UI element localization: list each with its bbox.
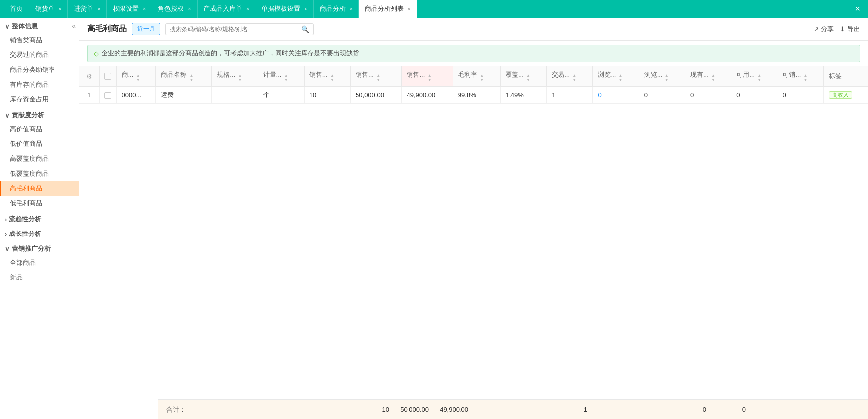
sidebar-item-high-margin[interactable]: 高毛利商品 — [0, 181, 79, 196]
search-icon[interactable]: 🔍 — [301, 25, 309, 33]
chevron-right-icon: › — [5, 216, 7, 223]
close-icon[interactable]: × — [408, 6, 410, 12]
col-tag: 标签 — [823, 66, 868, 87]
nav-tab-permissions[interactable]: 权限设置 × — [107, 0, 152, 18]
sort-icon: ▲▼ — [136, 74, 140, 82]
row-views1[interactable]: 0 — [593, 87, 639, 104]
sort-icon: ▲▼ — [284, 74, 288, 82]
footer-sales-qty: 10 — [357, 406, 397, 413]
chevron-right-icon: › — [5, 231, 7, 238]
page-title: 高毛利商品 — [87, 24, 127, 34]
time-filter-btn-month[interactable]: 近一月 — [132, 23, 160, 35]
sidebar-group-overall[interactable]: ∨ 整体信息 — [0, 18, 79, 33]
info-banner: ◇ 企业的主要的利润都是这部分商品创造的，可考虑加大推广，同时关注库存是不要出现… — [87, 45, 860, 62]
nav-tab-analysis[interactable]: 商品分析 × — [314, 0, 359, 18]
col-views2[interactable]: 浏览... ▲▼ — [639, 66, 685, 87]
nav-tab-sales[interactable]: 销货单 × — [29, 0, 68, 18]
close-icon[interactable]: × — [350, 6, 353, 12]
nav-tab-purchase[interactable]: 进货单 × — [68, 0, 106, 18]
col-views1[interactable]: 浏览... ▲▼ — [593, 66, 639, 87]
col-transactions[interactable]: 交易... ▲▼ — [547, 66, 593, 87]
row-code: 0000... — [116, 87, 156, 104]
col-code[interactable]: 商... ▲▼ — [116, 66, 156, 87]
close-icon[interactable]: × — [97, 6, 100, 12]
footer-current-stock: 0 — [674, 406, 714, 413]
row-transactions: 1 — [547, 87, 593, 104]
sidebar-item-low-margin[interactable]: 低毛利商品 — [0, 196, 79, 211]
sidebar-item-low-coverage[interactable]: 低覆盖度商品 — [0, 166, 79, 181]
sidebar-item-high-coverage[interactable]: 高覆盖度商品 — [0, 151, 79, 166]
content-header: 高毛利商品 近一月 🔍 ↗ 分享 ⬇ 导出 — [79, 18, 868, 41]
sort-icon: ▲▼ — [238, 74, 242, 82]
sort-icon: ▲▼ — [665, 74, 669, 82]
col-sales-amount[interactable]: 销售... ▲▼ — [351, 66, 402, 87]
footer-available-stock: 0 — [714, 406, 754, 413]
sidebar-collapse-btn[interactable]: « — [72, 22, 76, 30]
sort-icon: ▲▼ — [330, 74, 334, 82]
col-sellable[interactable]: 可销... ▲▼ — [777, 66, 823, 87]
close-icon[interactable]: × — [58, 6, 61, 12]
nav-tab-product-entry[interactable]: 产成品入库单 × — [198, 0, 255, 18]
col-available-stock[interactable]: 可用... ▲▼ — [731, 66, 777, 87]
sidebar-item-traded-goods[interactable]: 交易过的商品 — [0, 47, 79, 62]
search-input[interactable] — [170, 26, 299, 33]
col-sales-qty[interactable]: 销售... ▲▼ — [304, 66, 350, 87]
sidebar: « ∨ 整体信息 销售类商品 交易过的商品 商品分类助销率 有库存的商品 库存资… — [0, 18, 79, 419]
select-all-checkbox[interactable] — [104, 73, 111, 80]
row-checkbox[interactable] — [99, 87, 116, 104]
col-sales-cost[interactable]: 销售... ▲▼ — [402, 66, 453, 87]
row-sales-cost: 49,900.00 — [402, 87, 453, 104]
nav-tab-roles[interactable]: 角色授权 × — [152, 0, 197, 18]
nav-tab-home[interactable]: 首页 — [4, 0, 29, 18]
main-layout: « ∨ 整体信息 销售类商品 交易过的商品 商品分类助销率 有库存的商品 库存资… — [0, 18, 868, 419]
sidebar-item-all-goods[interactable]: 全部商品 — [0, 255, 79, 270]
sidebar-item-stocked-goods[interactable]: 有库存的商品 — [0, 77, 79, 92]
sidebar-item-sales-goods[interactable]: 销售类商品 — [0, 33, 79, 47]
share-btn[interactable]: ↗ 分享 — [814, 25, 834, 34]
table-row: 1 0000... 运费 个 10 50,000.00 49,900.00 99… — [79, 87, 868, 104]
table-wrapper: ⚙ 商... ▲▼ 商品名称 ▲▼ — [79, 66, 868, 419]
nav-tab-analysis-list[interactable]: 商品分析列表 × — [359, 0, 417, 18]
chevron-down-icon: ∨ — [5, 23, 10, 30]
table-header-row: ⚙ 商... ▲▼ 商品名称 ▲▼ — [79, 66, 868, 87]
col-spec[interactable]: 规格... ▲▼ — [212, 66, 258, 87]
sidebar-item-stock-capital[interactable]: 库存资金占用 — [0, 92, 79, 107]
sidebar-group-marketing[interactable]: ∨ 营销推广分析 — [0, 240, 79, 255]
nav-close-all-btn[interactable]: × — [851, 4, 864, 14]
nav-tab-template[interactable]: 单据模板设置 × — [255, 0, 313, 18]
sidebar-group-growth[interactable]: › 成长性分析 — [0, 226, 79, 240]
header-actions: ↗ 分享 ⬇ 导出 — [814, 25, 860, 34]
close-icon[interactable]: × — [188, 6, 191, 12]
col-name[interactable]: 商品名称 ▲▼ — [156, 66, 212, 87]
share-icon: ↗ — [814, 25, 819, 33]
content-area: 高毛利商品 近一月 🔍 ↗ 分享 ⬇ 导出 ◇ 企业的主要的利润都是这部分商品创… — [79, 18, 868, 419]
top-nav: 首页 销货单 × 进货单 × 权限设置 × 角色授权 × 产成品入库单 × 单据… — [0, 0, 868, 18]
sidebar-group-contribution[interactable]: ∨ 贡献度分析 — [0, 107, 79, 122]
row-index: 1 — [79, 87, 99, 104]
chevron-down-icon: ∨ — [5, 112, 10, 119]
sidebar-item-new-products[interactable]: 新品 — [0, 270, 79, 285]
footer-sales-amount: 50,000.00 — [397, 406, 437, 413]
close-icon[interactable]: × — [143, 6, 146, 12]
sort-icon: ▲▼ — [619, 74, 623, 82]
data-table: ⚙ 商... ▲▼ 商品名称 ▲▼ — [79, 66, 868, 104]
sidebar-group-trend[interactable]: › 流趋性分析 — [0, 211, 79, 226]
col-coverage[interactable]: 覆盖... ▲▼ — [500, 66, 546, 87]
col-unit[interactable]: 计量... ▲▼ — [258, 66, 304, 87]
sidebar-item-high-value[interactable]: 高价值商品 — [0, 122, 79, 137]
row-sales-amount: 50,000.00 — [351, 87, 402, 104]
export-btn[interactable]: ⬇ 导出 — [840, 25, 860, 34]
export-icon: ⬇ — [840, 25, 845, 33]
col-gross-margin[interactable]: 毛利率 ▲▼ — [453, 66, 500, 87]
row-views2: 0 — [639, 87, 685, 104]
sort-icon: ▲▼ — [711, 74, 715, 82]
col-settings[interactable]: ⚙ — [79, 66, 99, 87]
sidebar-item-low-value[interactable]: 低价值商品 — [0, 137, 79, 151]
row-tag: 高收入 — [823, 87, 868, 104]
col-current-stock[interactable]: 现有... ▲▼ — [685, 66, 731, 87]
close-icon[interactable]: × — [304, 6, 307, 12]
close-icon[interactable]: × — [246, 6, 249, 12]
row-available-stock: 0 — [731, 87, 777, 104]
sort-icon: ▲▼ — [757, 74, 761, 82]
sidebar-item-category-assist[interactable]: 商品分类助销率 — [0, 62, 79, 77]
